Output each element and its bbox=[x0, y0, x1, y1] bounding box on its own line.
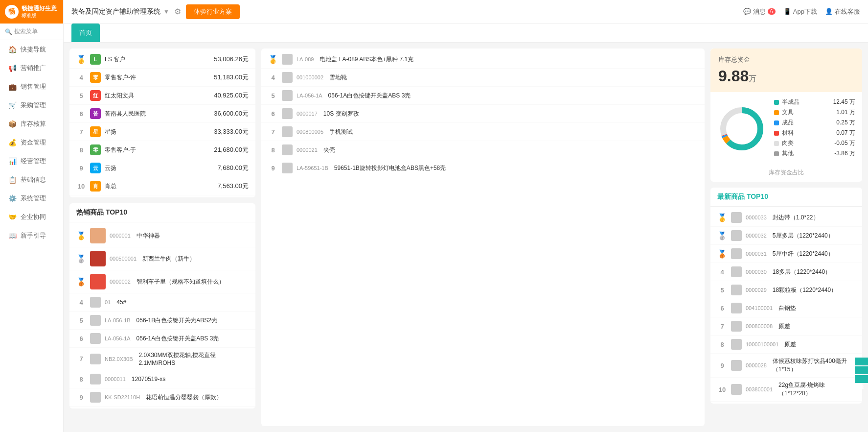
legend-item-meat: 肉类 -0.05 万 bbox=[774, 139, 855, 147]
product-img-2 bbox=[282, 72, 293, 83]
legend-item-stationery: 文具 1.01 万 bbox=[774, 108, 855, 117]
purchase-icon: 🛒 bbox=[8, 101, 17, 109]
sidebar-search[interactable]: 🔍 搜索菜单 bbox=[0, 24, 63, 40]
new-products-card: 最新商品 TOP10 🥇 0000033 封边带（1.0*22） 🥈 00000… bbox=[710, 188, 862, 404]
product-placeholder-5 bbox=[90, 315, 101, 326]
product-img-3 bbox=[282, 90, 293, 101]
product-placeholder-8 bbox=[90, 374, 101, 384]
legend-item-other: 其他 -3.86 万 bbox=[774, 149, 855, 158]
system-icon: ⚙️ bbox=[8, 194, 17, 202]
product-image-2 bbox=[90, 251, 106, 266]
product-rank-item: 5 LA-056-1A 056-1A白色按键开关盖ABS 3壳 bbox=[261, 87, 705, 105]
marketing-icon: 📢 bbox=[8, 64, 17, 72]
rank-item: 4 零 零售客户-许 51,183.00元 bbox=[69, 69, 255, 87]
new-product-img-6 bbox=[731, 303, 742, 313]
medal-silver-icon: 🥈 bbox=[76, 254, 86, 264]
sidebar-nav: 🏠 快捷导航 📢 营销推广 💼 销售管理 🛒 采购管理 📦 库存核算 💰 资金管… bbox=[0, 40, 63, 432]
topbar: 装备及固定资产辅助管理系统 ▼ ⚙ 体验行业方案 💬 消息 6 📱 App下载 … bbox=[64, 0, 868, 24]
guide-icon: 📖 bbox=[8, 232, 17, 240]
new-product-item: 9 0000028 体候荔枝味苏打饮品400毫升（1*15） bbox=[710, 354, 862, 378]
trial-button[interactable]: 体验行业方案 bbox=[186, 4, 240, 19]
inventory-amount: 9.88万 bbox=[718, 67, 854, 85]
logo-icon: 畅 bbox=[5, 5, 19, 19]
legend-item-material: 材料 0.07 万 bbox=[774, 129, 855, 137]
new-product-img-4 bbox=[731, 266, 742, 277]
topbar-right: 💬 消息 6 📱 App下载 👤 在线客服 bbox=[743, 7, 860, 16]
new-product-img-2 bbox=[731, 230, 742, 241]
hot-product-item: 🥇 0000001 中华神器 bbox=[69, 224, 255, 247]
rank-item: 🥇 L LS 客户 53,006.26元 bbox=[69, 50, 255, 69]
app-download-button[interactable]: 📱 App下载 bbox=[783, 7, 817, 16]
sidebar-item-cooperation[interactable]: 🤝 企业协同 bbox=[0, 208, 63, 226]
hot-products-card: 热销商品 TOP10 🥇 0000001 中华神器 🥈 000500001 新西… bbox=[69, 203, 255, 408]
product-rank-list: 🥇 LA-089 电池盖 LA-089 ABS本色+黑种 7.1克 4 0010… bbox=[261, 48, 705, 179]
legend-item-finished: 成品 0.25 万 bbox=[774, 119, 855, 127]
new-product-item: 🥇 0000033 封边带（1.0*22） bbox=[710, 209, 862, 227]
new-product-img-10 bbox=[731, 384, 742, 395]
new-product-img-7 bbox=[731, 321, 742, 332]
customer-badge-4: 苦 bbox=[90, 108, 101, 119]
product-rank-item: 8 0000021 夹壳 bbox=[261, 141, 705, 159]
float-btn-service[interactable]: 客服热线 bbox=[855, 358, 868, 365]
sidebar-item-sales[interactable]: 💼 销售管理 bbox=[0, 77, 63, 96]
app-logo: 畅 畅捷通好生意 标准版 bbox=[0, 0, 63, 24]
online-service-button[interactable]: 👤 在线客服 bbox=[825, 7, 860, 16]
sidebar-item-inventory[interactable]: 📦 库存核算 bbox=[0, 115, 63, 133]
inventory-footer: 库存资金占比 bbox=[710, 166, 862, 182]
settings-icon[interactable]: ⚙ bbox=[174, 7, 181, 16]
product-placeholder-9 bbox=[90, 392, 101, 403]
product-rank-item: 7 000800005 手机测试 bbox=[261, 123, 705, 141]
legend-dot-semifinished bbox=[774, 100, 779, 105]
new-product-item: 7 000800008 原差 bbox=[710, 317, 862, 336]
dropdown-arrow-icon[interactable]: ▼ bbox=[163, 8, 169, 15]
message-button[interactable]: 💬 消息 6 bbox=[743, 7, 776, 16]
new-product-item: 10 003800001 22g鱼豆腐·烧烤味（1*12*20） bbox=[710, 378, 862, 402]
customer-badge-2: 零 bbox=[90, 72, 101, 83]
new-products-header: 最新商品 TOP10 bbox=[710, 188, 862, 207]
rank-item: 6 苦 苦南县人民医院 36,600.00元 bbox=[69, 105, 255, 123]
hot-product-item: 6 LA-056-1A 056-1A白色按键开关盖ABS 3壳 bbox=[69, 330, 255, 348]
rank-item: 7 星 星扬 33,333.00元 bbox=[69, 123, 255, 141]
message-badge: 6 bbox=[768, 8, 776, 15]
legend-dot-material bbox=[774, 131, 779, 136]
inventory-title: 库存总资金 bbox=[718, 55, 854, 64]
sidebar-item-operations[interactable]: 📊 经营管理 bbox=[0, 152, 63, 170]
medal-gold-icon: 🥇 bbox=[268, 55, 278, 64]
middle-column: 🥇 LA-089 电池盖 LA-089 ABS本色+黑种 7.1克 4 0010… bbox=[261, 48, 705, 426]
message-icon: 💬 bbox=[743, 8, 751, 15]
basic-info-icon: 📋 bbox=[8, 176, 17, 184]
sales-icon: 💼 bbox=[8, 83, 17, 91]
hot-products-header: 热销商品 TOP10 bbox=[69, 203, 255, 222]
sidebar-item-finance[interactable]: 💰 资金管理 bbox=[0, 133, 63, 152]
tab-home[interactable]: 首页 bbox=[71, 24, 100, 42]
new-products-list: 🥇 0000033 封边带（1.0*22） 🥈 0000032 5厘多层（122… bbox=[710, 207, 862, 404]
medal-gold-icon: 🥇 bbox=[76, 231, 86, 240]
float-btn-live[interactable]: 直播 bbox=[855, 375, 868, 383]
product-image-1 bbox=[90, 228, 106, 243]
new-product-img-5 bbox=[731, 285, 742, 295]
legend-dot-other bbox=[774, 151, 779, 156]
new-product-item: 6 004100001 白钢垫 bbox=[710, 299, 862, 317]
rank-item: 10 肖 肖总 7,563.00元 bbox=[69, 177, 255, 195]
customer-badge-3: 红 bbox=[90, 90, 101, 101]
product-ranking-card: 🥇 LA-089 电池盖 LA-089 ABS本色+黑种 7.1克 4 0010… bbox=[261, 48, 705, 426]
sidebar-item-guide[interactable]: 📖 新手引导 bbox=[0, 226, 63, 245]
sidebar-item-marketing[interactable]: 📢 营销推广 bbox=[0, 59, 63, 77]
product-placeholder-7 bbox=[90, 354, 101, 364]
medal-bronze-icon: 🥉 bbox=[76, 277, 86, 287]
customer-ranking-card: 🥇 L LS 客户 53,006.26元 4 零 零售客户-许 51,183.0… bbox=[69, 48, 255, 197]
customer-badge-7: 云 bbox=[90, 163, 101, 173]
hot-product-item: 7 NB2.0X30B 2.0X30MM双摆花轴,摆花直径2.1MM/ROHS bbox=[69, 348, 255, 370]
rank-item: 8 零 零售客户-于 21,680.00元 bbox=[69, 141, 255, 159]
sidebar-item-purchase[interactable]: 🛒 采购管理 bbox=[0, 96, 63, 115]
sidebar-item-basic-info[interactable]: 📋 基础信息 bbox=[0, 170, 63, 189]
inventory-icon: 📦 bbox=[8, 120, 17, 128]
sidebar-item-system[interactable]: ⚙️ 系统管理 bbox=[0, 189, 63, 208]
medal-bronze-icon: 🥉 bbox=[717, 249, 727, 259]
sidebar-item-shortcuts[interactable]: 🏠 快捷导航 bbox=[0, 40, 63, 59]
float-btn-community[interactable]: 服务社区 bbox=[855, 366, 868, 374]
inventory-donut-chart bbox=[717, 104, 766, 153]
medal-gold-icon: 🥇 bbox=[717, 213, 727, 222]
new-product-img-3 bbox=[731, 248, 742, 259]
hot-product-item: 🥈 000500001 新西兰牛肉（新牛） bbox=[69, 247, 255, 270]
